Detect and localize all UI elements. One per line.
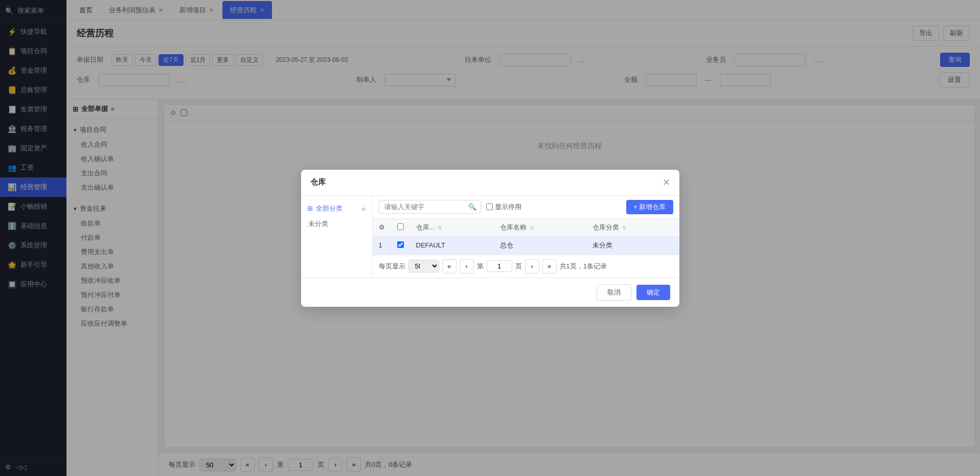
- modal-body: ⊞ 全部分类 « 未分类 🔍 显示停用: [301, 196, 679, 278]
- warehouse-table: ⚙ 仓库... ⇅ 仓库名称 ⇅ 仓库分类 ⇅ 1 DEFAULT 总仓 未分类: [373, 219, 679, 255]
- modal-search-box[interactable]: 🔍: [379, 200, 481, 214]
- modal-per-page-label: 每页显示: [379, 262, 405, 271]
- modal-all-category[interactable]: ⊞ 全部分类 «: [301, 201, 372, 216]
- grid-small-icon: ⊞: [307, 205, 313, 212]
- warehouse-modal: 仓库 ✕ ⊞ 全部分类 « 未分类 🔍: [301, 170, 679, 307]
- show-disabled-label: 显示停用: [486, 202, 521, 212]
- modal-right-panel: 🔍 显示停用 + 新增仓库 ⚙ 仓库... ⇅: [373, 196, 679, 278]
- modal-page-label: 第: [477, 262, 484, 271]
- confirm-button[interactable]: 确定: [636, 285, 670, 300]
- modal-first-page[interactable]: «: [442, 259, 457, 274]
- modal-per-page-select[interactable]: 50: [408, 260, 439, 273]
- modal-category-uncategorized[interactable]: 未分类: [301, 216, 372, 232]
- cancel-button[interactable]: 取消: [597, 284, 631, 301]
- warehouse-row-1[interactable]: 1 DEFAULT 总仓 未分类: [373, 236, 679, 254]
- show-disabled-checkbox[interactable]: [486, 203, 493, 210]
- table-header-row: ⚙ 仓库... ⇅ 仓库名称 ⇅ 仓库分类 ⇅: [373, 219, 679, 237]
- col-checkbox: [391, 219, 410, 237]
- row-category-1: 未分类: [586, 236, 679, 254]
- modal-table-wrapper: ⚙ 仓库... ⇅ 仓库名称 ⇅ 仓库分类 ⇅ 1 DEFAULT 总仓 未分类: [373, 219, 679, 255]
- table-select-all[interactable]: [397, 223, 404, 230]
- col-settings: ⚙: [373, 219, 391, 237]
- modal-next-page[interactable]: ›: [525, 259, 539, 274]
- col-code-header: 仓库... ⇅: [410, 219, 494, 237]
- modal-total-text: 共1页，1条记录: [560, 262, 607, 271]
- row-settings-1: 1: [373, 236, 391, 254]
- col-category-header: 仓库分类 ⇅: [586, 219, 679, 237]
- modal-left-panel: ⊞ 全部分类 « 未分类: [301, 196, 373, 278]
- modal-last-page[interactable]: »: [542, 259, 557, 274]
- modal-search-input[interactable]: [384, 203, 466, 211]
- col-name-header: 仓库名称 ⇅: [494, 219, 586, 237]
- add-warehouse-button[interactable]: + 新增仓库: [626, 200, 673, 214]
- modal-prev-page[interactable]: ‹: [460, 259, 474, 274]
- modal-pagination: 每页显示 50 « ‹ 第 1 页 › » 共1页，1条记录: [373, 255, 679, 278]
- row-code-1: DEFAULT: [410, 236, 494, 254]
- row-checkbox-1[interactable]: [391, 236, 410, 254]
- modal-next-page-icon: 页: [515, 262, 522, 271]
- modal-header: 仓库 ✕: [301, 170, 679, 196]
- modal-close-button[interactable]: ✕: [663, 177, 670, 188]
- modal-category-list: 未分类: [301, 216, 372, 232]
- modal-title: 仓库: [310, 177, 326, 187]
- modal-search-icon: 🔍: [468, 203, 476, 211]
- modal-footer: 取消 确定: [301, 278, 679, 307]
- modal-left-collapse[interactable]: «: [362, 205, 366, 213]
- modal-toolbar: 🔍 显示停用 + 新增仓库: [373, 196, 679, 219]
- all-category-label: 全部分类: [316, 204, 343, 213]
- modal-page-input[interactable]: 1: [487, 260, 512, 272]
- row-name-1: 总仓: [494, 236, 586, 254]
- modal-overlay[interactable]: 仓库 ✕ ⊞ 全部分类 « 未分类 🔍: [0, 0, 980, 476]
